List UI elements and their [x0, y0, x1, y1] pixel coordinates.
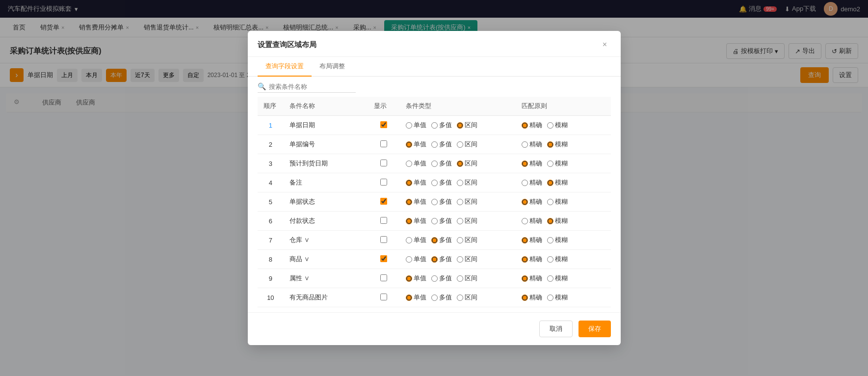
- cell-match: 精确模糊: [516, 116, 610, 119]
- modal-tabs: 查询字段设置 布局调整: [248, 57, 621, 77]
- modal-title: 设置查询区域布局: [258, 40, 316, 50]
- col-header-name: 条件名称: [284, 97, 368, 116]
- search-input[interactable]: [269, 83, 356, 90]
- table-header-row: 顺序 条件名称 显示 条件类型 匹配原则: [258, 97, 611, 116]
- col-header-display: 显示: [368, 97, 399, 116]
- search-box: 🔍: [258, 82, 356, 93]
- search-icon: 🔍: [258, 82, 266, 90]
- col-header-type: 条件类型: [400, 97, 516, 116]
- modal-overlay: 设置查询区域布局 × 查询字段设置 布局调整 🔍 顺序: [0, 0, 868, 118]
- modal-header: 设置查询区域布局 ×: [248, 31, 621, 57]
- modal-close-button[interactable]: ×: [599, 39, 611, 51]
- cell-type: 单值多值区间: [400, 116, 516, 119]
- col-header-order: 顺序: [258, 97, 284, 116]
- table-row: 1单据日期单值多值区间精确模糊: [258, 116, 611, 119]
- settings-modal: 设置查询区域布局 × 查询字段设置 布局调整 🔍 顺序: [248, 31, 621, 118]
- modal-table-wrap: 顺序 条件名称 显示 条件类型 匹配原则 1单据日期单值多值区间精确模糊2单据编…: [248, 97, 621, 118]
- tab-query-fields[interactable]: 查询字段设置: [258, 57, 312, 77]
- cell-display: [368, 116, 399, 119]
- modal-search-area: 🔍: [248, 77, 621, 97]
- conditions-table: 顺序 条件名称 显示 条件类型 匹配原则 1单据日期单值多值区间精确模糊2单据编…: [258, 97, 611, 118]
- col-header-match: 匹配原则: [516, 97, 610, 116]
- tab-layout-adjust[interactable]: 布局调整: [312, 57, 353, 77]
- cell-order: 1: [258, 116, 284, 119]
- cell-name: 单据日期: [284, 116, 368, 119]
